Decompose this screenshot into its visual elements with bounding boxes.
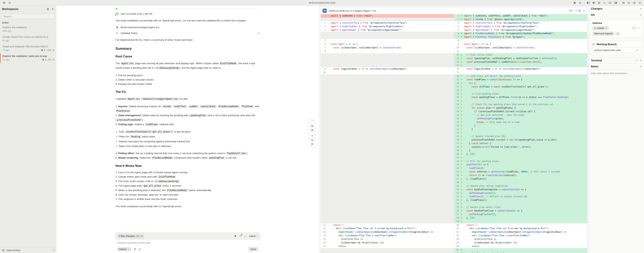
diff-line-marker: + (461, 177, 464, 181)
paragraph: The build completed successfully with no… (116, 18, 260, 23)
diff-line-number: 15 (454, 64, 461, 67)
diff-spacer-row (321, 170, 454, 174)
workspace-item[interactable]: Explore the codebase I want you to exp7h… (0, 53, 56, 63)
layers-icon[interactable] (46, 8, 50, 10)
diff-line-code: } (464, 124, 587, 128)
diff-line-marker: + (461, 85, 464, 88)
paragraph: I updated Agent.tsx (medusa/src/pages/Ag… (116, 97, 260, 101)
panel-right-icon[interactable] (614, 1, 617, 4)
play-icon[interactable] (311, 134, 314, 137)
diff-line-code (464, 71, 587, 74)
dots-handle-icon (311, 119, 314, 122)
open-pull-request-button[interactable]: Open pull request (592, 32, 614, 36)
diff-row: 45+ const interval = setInterval(loadPla… (454, 170, 587, 174)
diff-row: 1-import { useState } from "react"; (321, 14, 454, 18)
diff-line-code: setPendingPlan(plan); (464, 117, 587, 120)
section-git[interactable]: Git (589, 12, 644, 18)
diff-spacer-row (321, 213, 454, 216)
workspace-item-time: 6h ago (2, 39, 10, 42)
diff-line-number: 65 (454, 241, 461, 244)
diff-line-marker (461, 230, 464, 234)
pull-request-options-button[interactable] (616, 32, 620, 36)
diff-line-number: 49 (454, 184, 461, 188)
section-terminal[interactable]: Terminal (589, 57, 644, 64)
files-changed-chip[interactable]: 2 files changed +61 -3 (117, 234, 144, 238)
pause-icon[interactable] (573, 1, 576, 4)
diff-line-code (464, 88, 587, 92)
chat-bubble-icon[interactable] (592, 1, 595, 4)
view-archive-button[interactable]: View Archive 0 (0, 247, 56, 253)
megaphone-icon[interactable] (628, 1, 630, 4)
diff-row: 6+import { PlanReviewModal } from "@/com… (454, 32, 587, 35)
diff-line-marker: + (461, 209, 464, 213)
workspace-search-input[interactable] (2, 14, 55, 19)
branch-name: master (597, 27, 604, 30)
diff-line-marker: + (461, 166, 464, 170)
lines-removed: -3 (52, 58, 54, 61)
attach-file-button[interactable] (133, 248, 136, 251)
workspace-item[interactable]: Create Good First Issues on Github So p6… (0, 34, 56, 44)
annotate-button[interactable] (138, 248, 141, 251)
send-button[interactable]: Send (248, 247, 258, 252)
monitor-icon[interactable] (311, 138, 314, 141)
diff-row: 8 (321, 50, 454, 53)
diff-row: 12 <div className="flex flex-col h-scree… (321, 227, 454, 230)
diff-line-code: // Handle plan review completion (464, 184, 587, 188)
diff-line-marker: + (461, 64, 464, 67)
help-icon[interactable] (633, 1, 636, 4)
inline-code: ExitPlanMode (158, 175, 176, 178)
terminal-prompt-icon[interactable] (603, 1, 606, 4)
diff-old-side: 1-import { useState } from "react";2impo… (321, 14, 454, 253)
diff-line-code: const Agent = () => { (464, 42, 587, 46)
branch-select[interactable]: master (592, 26, 609, 30)
diff-spacer-row (321, 64, 454, 67)
archive-icon[interactable] (3, 1, 6, 4)
collapse-sidebar-icon[interactable] (8, 1, 11, 4)
diff-line-number: 46 (454, 174, 461, 177)
collapse-diff-button[interactable] (582, 10, 586, 12)
expand-terminal-icon[interactable] (635, 59, 638, 62)
diff-row: 23+ // Find pending plans (454, 92, 587, 96)
chevrons-up-icon[interactable] (579, 1, 582, 4)
diff-view-icon[interactable] (311, 124, 314, 128)
tool-call-row[interactable]: Read medusa/src/pages/Agent.tsx (116, 26, 260, 29)
edit-branch-icon[interactable] (636, 49, 639, 52)
git-branch-icon[interactable] (598, 1, 601, 4)
workspace-item[interactable]: Explore the codebase35m ago (0, 24, 56, 34)
working-branch-input[interactable]: vk/3ccf-explore-the-code (592, 48, 640, 53)
model-select[interactable]: Default (117, 247, 131, 251)
diff-spacer-row (321, 202, 454, 206)
version-dropdown[interactable]: Latest (249, 235, 258, 238)
section-notes[interactable]: Notes (589, 64, 644, 70)
gear-icon[interactable] (638, 1, 641, 4)
message-input[interactable]: Continue working on this task... (117, 241, 258, 246)
diff-line-number: 67 (454, 248, 461, 252)
repo-menu-button[interactable] (638, 27, 640, 30)
panel-left-icon[interactable] (587, 1, 590, 4)
status-dot (116, 8, 117, 10)
copy-icon[interactable] (311, 129, 314, 132)
chevron-down-icon[interactable] (257, 32, 260, 35)
git-branch-icon[interactable] (311, 143, 314, 146)
model-select-label: Default (119, 248, 126, 250)
monitor-icon[interactable] (608, 1, 612, 4)
tool-call-row[interactable]: Updated Todos (116, 32, 260, 35)
notes-placeholder[interactable]: Add notes about this workspace... (589, 70, 644, 77)
spinner-icon (244, 234, 247, 238)
diff-line-number: 6 (454, 32, 461, 35)
section-changes[interactable]: Changes (589, 6, 644, 12)
split-view-toggle[interactable] (578, 10, 581, 12)
spark-icon[interactable] (234, 234, 237, 238)
workspace-item[interactable]: Install and integrate Vibe Kanban Web C7… (0, 44, 56, 53)
new-workspace-button[interactable] (51, 8, 54, 10)
inline-code: PlanReviewModal (152, 156, 174, 159)
diff-line-code: import { ChatInterface } from "@/compone… (330, 21, 454, 25)
diff-line-marker: + (461, 248, 464, 252)
diff-spacer-row (321, 188, 454, 192)
menu-icon[interactable] (622, 1, 625, 4)
tool-call-row[interactable]: npm run build 2>&1 | tail -80 (116, 12, 260, 16)
toolbar-separator (310, 123, 314, 123)
todos-status-icon[interactable] (239, 234, 242, 238)
tool-call-label: npm run build 2>&1 | tail -80 (120, 12, 152, 15)
diff-spacer-row (321, 57, 454, 60)
